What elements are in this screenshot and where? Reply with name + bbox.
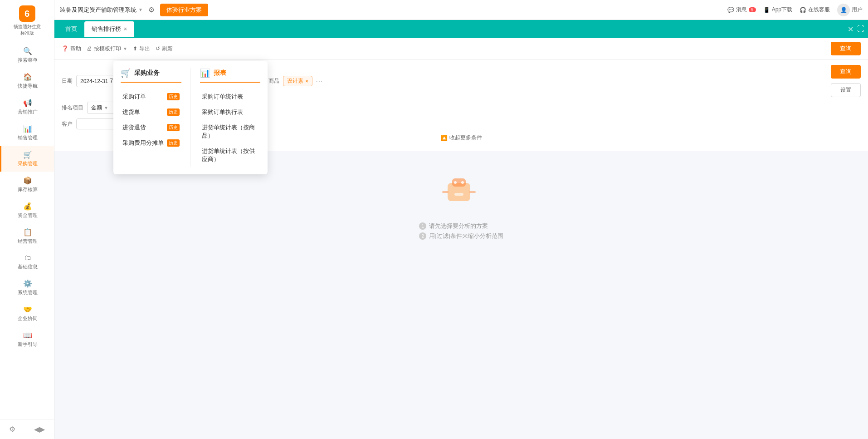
- sidebar-item-marketing[interactable]: 📢 营销推广: [0, 94, 54, 120]
- dropdown-divider: [190, 68, 191, 167]
- tab-close-icon[interactable]: ×: [124, 26, 127, 32]
- app-name: 畅捷通好生意 标准版: [14, 24, 41, 36]
- hint-num-1: 1: [419, 222, 426, 230]
- goods-tag-close[interactable]: ×: [305, 78, 308, 84]
- notifications-btn[interactable]: 💬 消息 9: [727, 6, 756, 14]
- hint-text-1: 请先选择要分析的方案: [429, 222, 488, 230]
- dropdown-menu-inner: 🛒 采购业务 采购订单 历史 进货单 历史 进货退货: [113, 61, 268, 174]
- sidebar-bottom: ⚙ ◀▶: [0, 419, 54, 439]
- message-icon: 💬: [727, 7, 734, 13]
- sidebar-item-quick-nav[interactable]: 🏠 快捷导航: [0, 68, 54, 94]
- sidebar-label-base-info: 基础信息: [18, 263, 38, 270]
- sidebar-label-inventory: 库存核算: [18, 186, 38, 193]
- report-col-header: 📊 报表: [200, 68, 261, 83]
- svg-point-3: [461, 181, 464, 184]
- main-area: 装备及固定资产辅助管理系统 ▼ ⚙ 体验行业方案 💬 消息 9 📱 App下载 …: [54, 0, 868, 439]
- enterprise-icon: 🤝: [23, 305, 32, 314]
- filter-group-goods: 商品 设计素 × ···: [268, 76, 323, 86]
- sidebar-item-purchase[interactable]: 🛒 采购管理: [0, 146, 54, 172]
- purchase-col-header: 🛒 采购业务: [121, 68, 181, 83]
- tab-expand-icon[interactable]: ⛶: [857, 25, 864, 34]
- empty-state: 1 请先选择要分析的方案 2 用[过滤]条件来缩小分析范围: [419, 169, 503, 242]
- collapse-sidebar-btn[interactable]: ◀▶: [32, 423, 47, 435]
- help-btn[interactable]: ❓ 帮助: [62, 45, 81, 53]
- sidebar-item-sales[interactable]: 📊 销售管理: [0, 120, 54, 146]
- rank-arrow-icon: ▼: [104, 105, 108, 110]
- marketing-icon: 📢: [23, 99, 32, 107]
- query-btn-right[interactable]: 查询: [831, 65, 861, 79]
- sidebar-item-operations[interactable]: 📋 经营管理: [0, 223, 54, 249]
- refresh-btn[interactable]: ↺ 刷新: [156, 45, 173, 53]
- purchase-icon: 🛒: [23, 150, 32, 159]
- topbar-gear-icon[interactable]: ⚙: [146, 4, 156, 16]
- svg-point-2: [454, 181, 457, 184]
- dropdown-item-report-3[interactable]: 进货单统计表（按商品）: [200, 120, 261, 143]
- dropdown-item-report-1[interactable]: 采购订单统计表: [200, 89, 261, 104]
- topbar-system[interactable]: 装备及固定资产辅助管理系统 ▼: [60, 6, 143, 14]
- print-btn[interactable]: 🖨 按模板打印 ▼: [87, 45, 127, 53]
- inventory-icon: 📦: [23, 176, 32, 185]
- user-label: 用户: [852, 6, 863, 14]
- sidebar-item-guide[interactable]: 📖 新手引导: [0, 326, 54, 352]
- dropdown-item-purchase-in[interactable]: 进货单 历史: [121, 104, 181, 120]
- help-icon: ❓: [62, 45, 68, 52]
- sidebar-item-enterprise[interactable]: 🤝 企业协同: [0, 301, 54, 326]
- tab-sales-ranking[interactable]: 销售排行榜 ×: [84, 21, 134, 37]
- sidebar-label-enterprise: 企业协同: [18, 315, 38, 322]
- sidebar-label-guide: 新手引导: [18, 341, 38, 348]
- history-badge-2: 历史: [167, 124, 180, 131]
- app-download-label: App下载: [772, 6, 792, 14]
- tab-home[interactable]: 首页: [58, 21, 84, 37]
- finance-icon: 💰: [23, 202, 32, 211]
- sidebar-label-finance: 资金管理: [18, 212, 38, 219]
- export-label: 导出: [139, 45, 150, 53]
- history-badge-0: 历史: [167, 93, 180, 100]
- print-icon: 🖨: [87, 45, 92, 52]
- dropdown-item-purchase-return[interactable]: 进货退货 历史: [121, 120, 181, 135]
- dropdown-item-purchase-expense[interactable]: 采购费用分摊单 历史: [121, 135, 181, 151]
- notifications-label: 消息: [736, 6, 747, 14]
- purchase-col: 🛒 采购业务 采购订单 历史 进货单 历史 进货退货: [121, 68, 181, 167]
- app-download-btn[interactable]: 📱 App下载: [763, 6, 792, 14]
- topbar-arrow-icon: ▼: [138, 7, 143, 12]
- sidebar-label-purchase: 采购管理: [18, 160, 38, 167]
- sidebar-label-operations: 经营管理: [18, 238, 38, 245]
- dropdown-item-purchase-order[interactable]: 采购订单 历史: [121, 89, 181, 104]
- query-btn[interactable]: 查询: [831, 42, 861, 55]
- sidebar: 6 畅捷通好生意 标准版 🔍 搜索菜单 🏠 快捷导航 📢 营销推广 📊: [0, 0, 54, 439]
- logo-icon: 6: [19, 5, 35, 22]
- sidebar-item-system[interactable]: ⚙️ 系统管理: [0, 275, 54, 301]
- print-arrow-icon: ▼: [123, 46, 127, 51]
- goods-more-dots[interactable]: ···: [316, 78, 323, 84]
- purchase-col-title: 采购业务: [134, 69, 160, 77]
- sidebar-item-search[interactable]: 🔍 搜索菜单: [0, 42, 54, 68]
- tab-close-all-icon[interactable]: ✕: [848, 25, 853, 34]
- system-icon: ⚙️: [23, 279, 32, 288]
- notifications-badge: 9: [749, 7, 756, 12]
- export-icon: ⬆: [133, 45, 137, 52]
- dropdown-item-report-2[interactable]: 采购订单执行表: [200, 104, 261, 120]
- help-label: 帮助: [70, 45, 81, 53]
- tab-bar-controls: ✕ ⛶: [848, 25, 864, 34]
- sidebar-item-finance[interactable]: 💰 资金管理: [0, 197, 54, 223]
- industry-btn[interactable]: 体验行业方案: [160, 4, 208, 16]
- sales-icon: 📊: [23, 124, 32, 133]
- user-btn[interactable]: 👤 用户: [837, 4, 863, 16]
- sidebar-item-base-info[interactable]: 🗂 基础信息: [0, 249, 54, 275]
- rank-filter-label: 排名项目: [62, 104, 83, 112]
- tab-bar: 首页 销售排行榜 × ✕ ⛶: [54, 20, 868, 38]
- topbar: 装备及固定资产辅助管理系统 ▼ ⚙ 体验行业方案 💬 消息 9 📱 App下载 …: [54, 0, 868, 20]
- export-btn[interactable]: ⬆ 导出: [133, 45, 150, 53]
- guide-icon: 📖: [23, 331, 32, 340]
- settings-bottom-btn[interactable]: ⚙: [7, 423, 17, 435]
- report-col-icon: 📊: [200, 68, 210, 78]
- settings-btn[interactable]: 设置: [831, 83, 861, 97]
- online-service-label: 在线客服: [808, 6, 830, 14]
- sidebar-item-inventory[interactable]: 📦 库存核算: [0, 172, 54, 197]
- online-service-btn[interactable]: 🎧 在线客服: [800, 6, 830, 14]
- filter-collapse-btn[interactable]: 🔼 收起更多条件: [441, 134, 482, 142]
- date-value: 2024-12-31: [80, 78, 108, 84]
- operations-icon: 📋: [23, 228, 32, 237]
- dropdown-item-report-4[interactable]: 进货单统计表（按供应商）: [200, 143, 261, 167]
- customer-filter-label: 客户: [62, 120, 73, 128]
